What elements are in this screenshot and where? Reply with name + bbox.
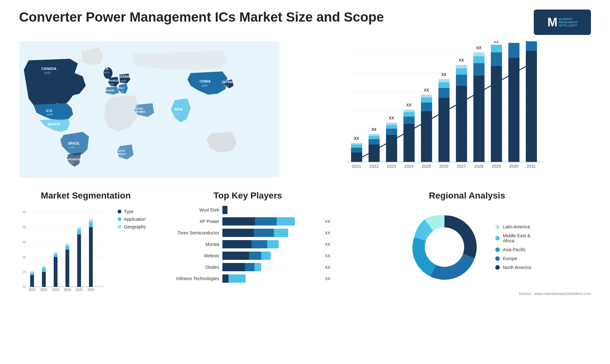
svg-rect-48 (473, 63, 485, 76)
player-row: Torex Semiconductor XX (165, 229, 330, 237)
player-name: Diodes (165, 265, 219, 270)
svg-text:2024: 2024 (404, 164, 414, 169)
svg-rect-103 (89, 227, 93, 287)
svg-text:2023: 2023 (52, 288, 59, 292)
player-bar (222, 274, 256, 283)
segmentation-section: Market Segmentation 60 50 40 30 20 (19, 191, 152, 296)
svg-rect-96 (54, 253, 58, 254)
player-bar (222, 229, 288, 237)
player-row: XP Power XX (165, 217, 330, 226)
svg-rect-40 (438, 79, 450, 82)
svg-text:2021: 2021 (29, 288, 36, 292)
svg-rect-56 (508, 58, 519, 162)
legend-application-label: Application (124, 217, 146, 222)
svg-rect-37 (438, 98, 450, 162)
regional-legend: Latin America Middle East &Africa Asia P… (495, 224, 531, 270)
svg-text:2028: 2028 (474, 164, 484, 169)
svg-rect-25 (386, 123, 397, 125)
svg-rect-20 (369, 134, 380, 136)
svg-rect-91 (42, 272, 46, 287)
player-row: Murata XX (165, 240, 330, 248)
key-players-section: Top Key Players Wuxi Etek XP Power (165, 191, 330, 296)
legend-label-latin: Latin America (503, 224, 530, 229)
logo-line1: MARKET (559, 17, 578, 21)
svg-text:XX: XX (406, 103, 411, 107)
svg-rect-54 (491, 45, 502, 52)
svg-text:2031: 2031 (527, 164, 536, 169)
italy-val: xx% (119, 90, 124, 93)
svg-rect-94 (54, 257, 58, 287)
legend-application-dot (118, 217, 121, 221)
bar-seg2 (245, 263, 254, 271)
player-val: XX (325, 253, 330, 258)
svg-text:2024: 2024 (64, 288, 71, 292)
svg-rect-15 (351, 143, 362, 145)
legend-geography: Geography (118, 224, 146, 229)
svg-rect-22 (386, 135, 397, 162)
player-val: XX (325, 231, 330, 235)
player-row: Diodes XX (165, 263, 330, 271)
svg-rect-34 (421, 98, 432, 103)
regional-title: Regional Analysis (343, 191, 591, 201)
logo-line3: INTELLECT (559, 24, 578, 27)
svg-rect-97 (65, 250, 69, 287)
svg-rect-27 (403, 124, 415, 162)
svg-rect-92 (42, 268, 46, 272)
us-label: U.S. (46, 109, 53, 112)
player-row: Infineon Technologies XX (165, 274, 330, 283)
svg-text:XX: XX (494, 41, 499, 44)
china-val: xx% (201, 84, 207, 87)
bar-seg1 (222, 229, 254, 237)
svg-rect-57 (508, 43, 519, 58)
svg-rect-60 (526, 41, 537, 51)
player-bar-wrap (222, 206, 325, 214)
svg-rect-100 (77, 234, 81, 287)
player-val: XX (325, 219, 330, 224)
player-bar (222, 217, 295, 226)
southafrica-val: xx% (118, 156, 123, 159)
legend-label-asia: Asia Pacific (503, 247, 526, 252)
legend-application: Application (118, 217, 146, 222)
map-svg: CANADA xx% U.S. xx% MEXICO xx% BRAZIL xx… (19, 41, 280, 178)
svg-rect-52 (491, 66, 502, 162)
svg-rect-53 (491, 52, 502, 66)
svg-text:AFRICA: AFRICA (115, 152, 126, 156)
player-val: XX (325, 242, 330, 247)
svg-rect-29 (403, 112, 415, 117)
player-name: Melexis (165, 253, 219, 258)
legend-type-label: Type (124, 209, 133, 214)
player-bar-wrap (222, 217, 319, 226)
germany-val: xx% (121, 79, 126, 82)
svg-rect-89 (30, 273, 34, 275)
svg-rect-105 (89, 219, 93, 222)
source-text: Source : www.marketresearchintellect.com (343, 292, 591, 296)
svg-rect-90 (30, 271, 34, 273)
svg-rect-50 (473, 52, 485, 56)
legend-geography-label: Geography (124, 224, 146, 229)
regional-section: Regional Analysis (343, 191, 591, 296)
bar-seg2 (252, 240, 267, 248)
svg-text:10: 10 (23, 285, 26, 288)
brazil-label: BRAZIL (68, 142, 80, 145)
svg-text:XX: XX (354, 136, 359, 141)
legend-dot-asia (495, 247, 500, 252)
players-list: Wuxi Etek XP Power (165, 206, 330, 283)
svg-text:2023: 2023 (387, 164, 396, 169)
svg-rect-24 (386, 125, 397, 129)
svg-text:20: 20 (23, 270, 26, 274)
us-val: xx% (47, 113, 53, 116)
svg-text:XX: XX (476, 46, 481, 50)
svg-text:2029: 2029 (492, 164, 501, 169)
svg-rect-39 (438, 82, 450, 88)
player-bar (222, 206, 227, 214)
svg-rect-32 (421, 111, 432, 162)
logo-letter: M (547, 16, 558, 28)
player-name: XP Power (165, 219, 219, 224)
page: Converter Power Management ICs Market Si… (0, 0, 610, 364)
player-bar-wrap (222, 229, 319, 237)
svg-text:XX: XX (371, 127, 376, 132)
svg-rect-14 (351, 145, 362, 148)
bar-seg2 (228, 274, 245, 283)
player-bar (222, 240, 279, 248)
legend-label-mea: Middle East &Africa (503, 233, 530, 243)
